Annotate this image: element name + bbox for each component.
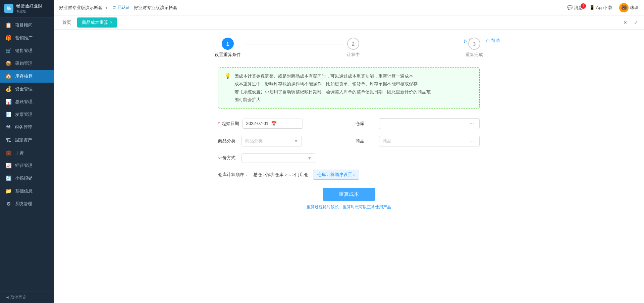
submit-area: 重算成本 重算过程耗时较长，重算时您可以正常使用产品: [218, 188, 480, 210]
avatar: 🐻: [619, 3, 629, 12]
finance-icon: 💰: [5, 86, 12, 92]
sidebar-item-label-marketing: 营销推广: [15, 35, 33, 41]
salary-icon: 💼: [5, 150, 12, 156]
message-icon: 💬: [567, 5, 573, 10]
inventory-icon: 🏠: [5, 73, 12, 79]
app-download-label: App下载: [596, 5, 612, 11]
sidebar: 畅 畅捷通好业财 专业版 📋 项目顾问 🎁 营销推广 🛒 销售管理 📦 采购管理…: [0, 0, 54, 303]
warehouse-order-settings-btn[interactable]: 仓库计算顺序设置 ›: [313, 170, 359, 180]
sidebar-item-finance[interactable]: 💰 资金管理: [0, 83, 54, 95]
product-input[interactable]: 商品 ···: [379, 136, 480, 146]
message-action[interactable]: 💬 消息 1: [567, 5, 583, 11]
sidebar-item-salary[interactable]: 💼 工资: [0, 146, 54, 159]
category-label: 商品分类: [218, 138, 238, 144]
sidebar-item-invoice[interactable]: 🧾 发票管理: [0, 108, 54, 121]
sidebar-item-label-project: 项目顾问: [15, 22, 33, 28]
warehouse-label: 仓库: [356, 121, 376, 127]
app-download-action[interactable]: 📱 App下载: [589, 5, 612, 11]
sidebar-item-label-sales: 销售管理: [15, 48, 33, 54]
step-3: 3 重算完成: [466, 38, 483, 58]
category-group: 商品分类 商品分类 ▼: [218, 136, 342, 146]
step-2-circle: 2: [347, 38, 359, 50]
info-line-2: 成本重算过中，影响库存账的操作均不能操作，比如进货单、销货单、库存单据不能审核或…: [234, 80, 431, 88]
sidebar-item-assets[interactable]: 🏗 固定资产: [0, 134, 54, 146]
info-line-4: 围可能会扩大: [234, 96, 431, 103]
sidebar-item-label-system: 系统管理: [15, 201, 32, 207]
step-3-label: 重算完成: [466, 52, 483, 58]
sidebar-header: 畅 畅捷通好业财 专业版: [0, 0, 54, 17]
tabs-bar: 首页 商品成本重算 × ✕ ⤢: [54, 15, 644, 30]
unpin-label: ◄ 取消固定: [5, 295, 26, 300]
ledger-icon: 📊: [5, 99, 12, 105]
app-title: 畅捷通好业财: [16, 3, 42, 9]
sidebar-item-label-operations: 经营管理: [15, 163, 33, 169]
category-placeholder: 商品分类: [245, 138, 263, 144]
sidebar-item-label-salary: 工资: [15, 150, 24, 156]
sidebar-item-purchase[interactable]: 📦 采购管理: [0, 57, 54, 70]
sidebar-footer[interactable]: ◄ 取消固定: [0, 292, 54, 303]
close-window-btn[interactable]: ✕: [621, 18, 629, 27]
stepper: 1 设置重算条件 2 计算中 3 重算完成: [215, 38, 483, 58]
sidebar-item-label-tax: 税务管理: [15, 124, 32, 130]
pricing-dropdown-icon: ▼: [307, 156, 312, 161]
category-select[interactable]: 商品分类 ▼: [241, 136, 302, 146]
sidebar-item-expense[interactable]: 🔄 小畅报销: [0, 172, 54, 185]
sidebar-item-ledger[interactable]: 📊 总账管理: [0, 95, 54, 108]
message-badge: 1: [581, 3, 586, 9]
submit-hint: 重算过程耗时较长，重算时您可以正常使用产品: [218, 204, 480, 210]
product-dots-icon[interactable]: ···: [468, 138, 476, 144]
warehouse-input[interactable]: ···: [379, 118, 480, 129]
expense-icon: 🔄: [5, 175, 12, 181]
sidebar-item-system[interactable]: ⚙ 系统管理: [0, 198, 54, 210]
step-2: 2 计算中: [347, 38, 360, 58]
sidebar-item-label-basic: 基础信息: [15, 188, 33, 194]
help-link[interactable]: ⊙ 帮助: [486, 38, 500, 44]
calendar-icon: 📅: [271, 121, 277, 126]
info-line-3: 若【系统设置】中启用了自动调整记账日期时，会调整入库单的整单记账日期，因此重新计…: [234, 88, 431, 96]
user-profile[interactable]: 🐻 珠珠: [619, 3, 639, 12]
pricing-label: 计价方式: [218, 155, 238, 161]
sidebar-item-project[interactable]: 📋 项目顾问: [0, 19, 54, 32]
tab-close-icon[interactable]: ×: [110, 20, 112, 25]
purchase-icon: 📦: [5, 60, 12, 67]
account-dropdown-icon: ▼: [105, 6, 108, 10]
sidebar-item-label-expense: 小畅报销: [15, 175, 33, 181]
warehouse-group: 仓库 ···: [356, 118, 480, 129]
verified-badge: 🛡 已认证: [112, 5, 130, 10]
form-row-3: 计价方式 ▼: [218, 153, 480, 163]
start-date-input[interactable]: 2022-07-01 📅: [243, 119, 303, 129]
sidebar-item-tax[interactable]: 🏛 税务管理: [0, 121, 54, 134]
sidebar-item-inventory[interactable]: 🏠 库存核算: [0, 70, 54, 83]
content-area: 1 设置重算条件 2 计算中 3 重算完成 ▷ 视频: [54, 30, 644, 303]
sidebar-item-operations[interactable]: 📈 经营管理: [0, 159, 54, 172]
product-label: 商品: [356, 138, 376, 144]
info-text-block: 因成本计算参数调整、或是对商品成本有疑问时，可以通过成本重算功能，重新计算一遍成…: [234, 72, 431, 104]
submit-recalc-btn[interactable]: 重算成本: [323, 188, 375, 201]
basic-icon: 📁: [5, 188, 12, 194]
account-selector[interactable]: 好业财专业版演示帐套 ▼: [59, 5, 108, 11]
warehouse-dots-icon[interactable]: ···: [468, 121, 476, 127]
tax-icon: 🏛: [5, 124, 11, 130]
sidebar-item-label-finance: 资金管理: [15, 86, 33, 92]
tab-cost-recalc[interactable]: 商品成本重算 ×: [77, 17, 117, 28]
sidebar-item-basic[interactable]: 📁 基础信息: [0, 185, 54, 198]
tab-home[interactable]: 首页: [58, 17, 76, 28]
stepper-container: 1 设置重算条件 2 计算中 3 重算完成 ▷ 视频: [198, 38, 500, 58]
sidebar-item-label-invoice: 发票管理: [15, 112, 33, 118]
marketing-icon: 🎁: [5, 35, 12, 41]
info-box: 💡 因成本计算参数调整、或是对商品成本有疑问时，可以通过成本重算功能，重新计算一…: [218, 67, 480, 109]
sidebar-item-marketing[interactable]: 🎁 营销推广: [0, 32, 54, 44]
tab-cost-recalc-label: 商品成本重算: [82, 19, 108, 26]
step-1-circle: 1: [222, 38, 234, 50]
step-1: 1 设置重算条件: [215, 38, 241, 58]
pricing-select[interactable]: ▼: [241, 153, 315, 163]
sidebar-item-label-ledger: 总账管理: [15, 99, 33, 105]
maximize-btn[interactable]: ⤢: [632, 18, 640, 27]
topbar-actions: 💬 消息 1 📱 App下载 🐻 珠珠: [567, 3, 639, 12]
warning-icon: 💡: [224, 73, 231, 79]
sidebar-item-sales[interactable]: 🛒 销售管理: [0, 44, 54, 57]
warehouse-order-value: 总仓->深圳仓库->...->门店仓: [253, 172, 308, 178]
info-line-1: 因成本计算参数调整、或是对商品成本有疑问时，可以通过成本重算功能，重新计算一遍成…: [234, 72, 431, 80]
start-date-group: * 起始日期 2022-07-01 📅: [218, 119, 342, 129]
form-row-1: * 起始日期 2022-07-01 📅 仓库 ···: [218, 118, 480, 129]
